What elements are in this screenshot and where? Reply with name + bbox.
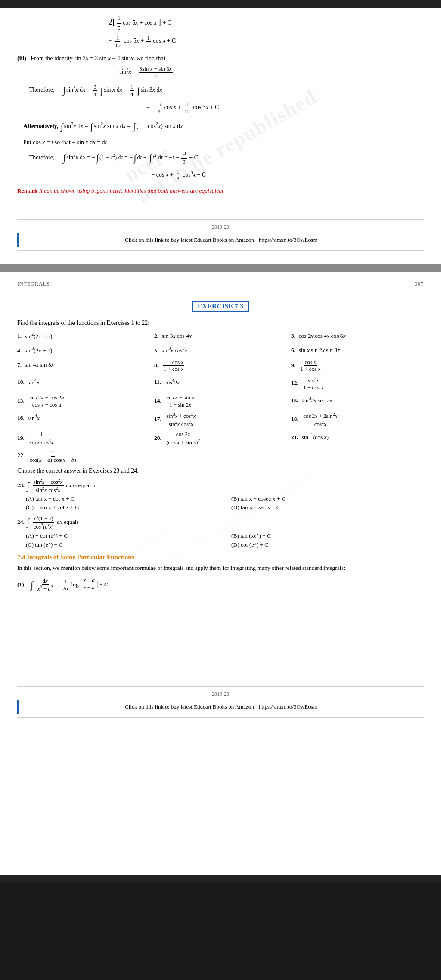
ex-4: 4. sin3(2x + 1) <box>17 344 150 356</box>
ex-5: 5. sin3x cos3x <box>154 344 287 356</box>
ex-13: 13. cos 2x − cos 2α cos x − cos α <box>17 394 150 408</box>
promo-bar-1[interactable]: Click on this link to buy latest Educart… <box>17 233 424 247</box>
q23-opt-b: (B) tan x + cosec x + C <box>231 495 424 502</box>
year-label-1: 2019-20 <box>17 224 424 230</box>
ex-20: 20. cos 2x (cos x + sin x)2 <box>154 431 287 446</box>
q23-label: 23. ∫ sin2x − cos2x sin2x cos2x dx is eq… <box>17 478 424 494</box>
ex-10: 10. sin4x <box>17 376 150 391</box>
promo-bar-2[interactable]: Click on this link to buy latest Educart… <box>17 700 424 714</box>
q23-opt-a: (A) tan x + cot x + C <box>26 495 218 502</box>
header-left: INTEGRALS <box>17 281 50 287</box>
ex-8: 8. 1 − cos x1 + cos x <box>154 359 287 373</box>
remark-text: Remark It can be shown using trigonometr… <box>17 187 424 194</box>
exercise-grid-1-9: 1. sin2(2x + 5) 2. sin 3x cos 4x 3. cos … <box>17 330 424 373</box>
q23-opt-d: (D) tan x + sec x + C <box>231 504 424 511</box>
therefore-1: Therefore, ∫sin3x dx = 34 ∫sin x dx − 14… <box>17 82 424 99</box>
ex-11: 11. cos42x <box>154 376 287 391</box>
equation-line-1: = 2[ 1 5 cos 5x + cos x ] + C <box>103 14 424 33</box>
put-cos: Put cos x = t so that − sin x dx = dt <box>17 137 424 148</box>
exercise-intro: Find the integrals of the functions in E… <box>17 320 424 327</box>
q23: 23. ∫ sin2x − cos2x sin2x cos2x dx is eq… <box>17 478 424 511</box>
q23-options: (A) tan x + cot x + C (B) tan x + cosec … <box>26 495 424 511</box>
ex-12: 12. sin2x1 + cos x <box>291 376 424 391</box>
ex-17: 17. sin3x + cos3x sin2x cos2x <box>154 412 287 428</box>
result-1: = − 34 cos x + 112 cos 3x + C <box>146 101 424 115</box>
ex-14: 14. cos x − sin x 1 + sin 2x <box>154 394 287 408</box>
q24: 24. ∫ ex(1 + x) cos2(exx) dx equals (A) … <box>17 514 424 548</box>
choose-intro: Choose the correct answer in Exercises 2… <box>17 467 424 474</box>
exercise-grid-16-18: 16. tan4x 17. sin3x + cos3x sin2x cos2x … <box>17 412 424 428</box>
year-label-2: 2019-20 <box>17 691 424 697</box>
result-2: = − cos x + 13 cos3x + C <box>146 168 424 182</box>
choose-section: Choose the correct answer in Exercises 2… <box>17 467 424 548</box>
exercise-title: EXERCISE 7.3 <box>192 301 249 312</box>
page-header: INTEGRALS 307 <box>17 281 424 287</box>
ex-22: 22. 1 cos(x − a) cos(x − b) <box>17 449 424 463</box>
section-74: 7.4 Integrals of Some Particular Functio… <box>17 554 424 592</box>
ex-9: 9. cos x1 + cos x <box>291 359 424 373</box>
q23-opt-c: (C) − tan x + cot x + C <box>26 504 218 511</box>
therefore-2: Therefore, ∫sin3x dx = −∫(1 − t2) dt = −… <box>17 149 424 167</box>
sin3-formula: sin3x = 3sin x − sin 3x 4 <box>82 65 211 79</box>
header-right: 307 <box>415 281 424 287</box>
section-74-title: 7.4 Integrals of Some Particular Functio… <box>17 554 424 561</box>
promo-text-2: Click on this link to buy latest Educart… <box>125 703 317 710</box>
ex-1: 1. sin2(2x + 5) <box>17 330 150 342</box>
ex-18: 18. cos 2x + 2sin2x cos2x <box>291 412 424 428</box>
part-iii-label: (iii) From the identity sin 3x = 3 sin x… <box>17 53 424 64</box>
equation-line-2: = − 110 cos 5x + 12 cos x + C <box>103 34 424 48</box>
exercise-center: EXERCISE 7.3 <box>17 296 424 316</box>
q24-options: (A) − cot (eˣ) + C (B) tan (xeˣ) + C (C)… <box>26 532 424 548</box>
ex-21: 21. sin−1(cos x) <box>291 431 424 446</box>
exercise-grid-19-21: 19. 1 sin x cos3x 20. cos 2x (cos x + si… <box>17 431 424 446</box>
q24-opt-a: (A) − cot (eˣ) + C <box>26 532 218 539</box>
q24-label: 24. ∫ ex(1 + x) cos2(exx) dx equals <box>17 514 424 530</box>
q24-opt-c: (C) tan (eˣ) + C <box>26 541 218 548</box>
ex-16: 16. tan4x <box>17 412 150 428</box>
ex-15: 15. tan32x sec 2x <box>291 394 424 408</box>
promo-text-1: Click on this link to buy latest Educart… <box>125 236 317 243</box>
ex-19: 19. 1 sin x cos3x <box>17 431 150 446</box>
ex-3: 3. cos 2x cos 4x cos 6x <box>291 330 424 342</box>
q24-opt-b: (B) tan (xeˣ) + C <box>231 532 424 539</box>
section-74-intro: In this section, we mention below some i… <box>17 563 424 573</box>
alternatively-line: Alternatively, ∫sin3x dx = ∫sin2x sin x … <box>17 118 424 135</box>
formula-1: (1) ∫ dx x2 − a2 = 1 2a log | x − a x + … <box>17 577 424 592</box>
ex-6: 6. sin x sin 2x sin 3x <box>291 344 424 356</box>
ex-2: 2. sin 3x cos 4x <box>154 330 287 342</box>
ex-7: 7. sin 4x sin 8x <box>17 359 150 373</box>
exercise-grid-13-15: 13. cos 2x − cos 2α cos x − cos α 14. co… <box>17 394 424 408</box>
q24-opt-d: (D) cot (eˣ) + C <box>231 541 424 548</box>
exercise-grid-10-12: 10. sin4x 11. cos42x 12. sin2x1 + cos x <box>17 376 424 391</box>
